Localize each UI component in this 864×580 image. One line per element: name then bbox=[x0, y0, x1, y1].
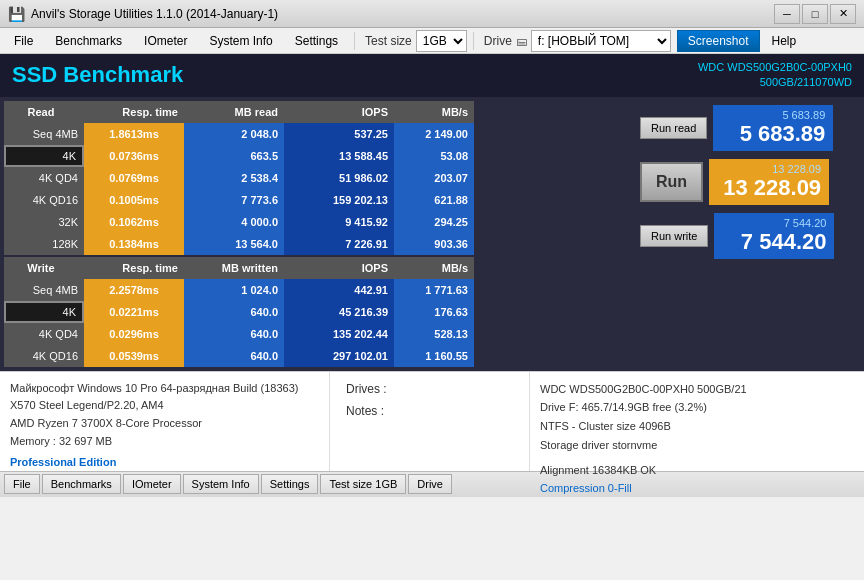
run-read-button[interactable]: Run read bbox=[640, 117, 707, 139]
total-score-large: 13 228.09 bbox=[717, 175, 821, 201]
run-all-button[interactable]: Run bbox=[640, 162, 703, 202]
row-label: 4K QD16 bbox=[4, 189, 84, 211]
title-bar-controls: ─ □ ✕ bbox=[774, 4, 856, 24]
menu-sysinfo[interactable]: System Info bbox=[199, 30, 282, 52]
test-size-select[interactable]: 1GB 2GB 4GB bbox=[416, 30, 467, 52]
taskbar-iometer[interactable]: IOmeter bbox=[123, 474, 181, 494]
taskbar-sysinfo[interactable]: System Info bbox=[183, 474, 259, 494]
row-label: Seq 4MB bbox=[4, 123, 84, 145]
table-row: 4K 0.0221ms 640.0 45 216.39 176.63 bbox=[4, 301, 636, 323]
sys-line4: Memory : 32 697 MB bbox=[10, 433, 319, 451]
row-label: 4K QD16 bbox=[4, 345, 84, 367]
drive-select[interactable]: f: [НОВЫЙ ТОМ] bbox=[531, 30, 671, 52]
cell-mbs: 176.63 bbox=[394, 301, 474, 323]
cell-iops: 51 986.02 bbox=[284, 167, 394, 189]
cell-resp: 0.0221ms bbox=[84, 301, 184, 323]
drive-info-line2: 500GB/211070WD bbox=[698, 75, 852, 90]
sys-line1: Майкрософт Windows 10 Pro 64-разрядная B… bbox=[10, 380, 319, 398]
drive-detail-3: NTFS - Cluster size 4096B bbox=[540, 417, 854, 436]
table-row: 4K QD4 0.0769ms 2 538.4 51 986.02 203.07 bbox=[4, 167, 636, 189]
menu-file[interactable]: File bbox=[4, 30, 43, 52]
iops-col-header: IOPS bbox=[284, 101, 394, 123]
drive-detail-1: WDC WDS500G2B0C-00PXH0 500GB/21 bbox=[540, 380, 854, 399]
cell-iops: 442.91 bbox=[284, 279, 394, 301]
write-score-block: Run write 7 544.20 7 544.20 bbox=[640, 213, 860, 259]
table-row: 32K 0.1062ms 4 000.0 9 415.92 294.25 bbox=[4, 211, 636, 233]
cell-mb: 640.0 bbox=[184, 323, 284, 345]
cell-mbs: 621.88 bbox=[394, 189, 474, 211]
menu-separator-2 bbox=[473, 32, 474, 50]
row-label: 4K QD4 bbox=[4, 323, 84, 345]
table-row: Seq 4MB 1.8613ms 2 048.0 537.25 2 149.00 bbox=[4, 123, 636, 145]
cell-iops: 537.25 bbox=[284, 123, 394, 145]
taskbar-settings[interactable]: Settings bbox=[261, 474, 319, 494]
cell-resp: 0.0296ms bbox=[84, 323, 184, 345]
menu-bar: File Benchmarks IOmeter System Info Sett… bbox=[0, 28, 864, 54]
total-score-display: 13 228.09 13 228.09 bbox=[709, 159, 829, 205]
drive-detail-2: Drive F: 465.7/14.9GB free (3.2%) bbox=[540, 398, 854, 417]
cell-iops: 13 588.45 bbox=[284, 145, 394, 167]
cell-mbs: 903.36 bbox=[394, 233, 474, 255]
close-button[interactable]: ✕ bbox=[830, 4, 856, 24]
cell-mbs: 1 771.63 bbox=[394, 279, 474, 301]
read-score-large: 5 683.89 bbox=[721, 121, 825, 147]
drive-label: Drive bbox=[484, 34, 512, 48]
footer-system-info: Майкрософт Windows 10 Pro 64-разрядная B… bbox=[0, 372, 330, 471]
drive-detail-6: Alignment 16384KB OK bbox=[540, 461, 854, 480]
drive-info-line1: WDC WDS500G2B0C-00PXH0 bbox=[698, 60, 852, 75]
cell-mbs: 528.13 bbox=[394, 323, 474, 345]
table-row: 4K 0.0736ms 663.5 13 588.45 53.08 bbox=[4, 145, 636, 167]
table-row: 4K QD16 0.0539ms 640.0 297 102.01 1 160.… bbox=[4, 345, 636, 367]
cell-mb: 663.5 bbox=[184, 145, 284, 167]
taskbar-drive[interactable]: Drive bbox=[408, 474, 452, 494]
benchmark-table: Read Resp. time MB read IOPS MB/s Seq 4M… bbox=[4, 101, 636, 367]
cell-resp: 1.8613ms bbox=[84, 123, 184, 145]
read-header-row: Read Resp. time MB read IOPS MB/s bbox=[4, 101, 636, 123]
app-header: SSD Benchmark WDC WDS500G2B0C-00PXH0 500… bbox=[0, 54, 864, 97]
menu-settings[interactable]: Settings bbox=[285, 30, 348, 52]
run-read-row: Run read 5 683.89 5 683.89 bbox=[640, 105, 860, 151]
maximize-button[interactable]: □ bbox=[802, 4, 828, 24]
cell-mb: 7 773.6 bbox=[184, 189, 284, 211]
app-title: SSD Benchmark bbox=[12, 62, 183, 88]
cell-mbs: 203.07 bbox=[394, 167, 474, 189]
mb-read-col-header: MB read bbox=[184, 101, 284, 123]
menu-iometer[interactable]: IOmeter bbox=[134, 30, 197, 52]
write-score-display: 7 544.20 7 544.20 bbox=[714, 213, 834, 259]
run-write-button[interactable]: Run write bbox=[640, 225, 708, 247]
cell-mb: 4 000.0 bbox=[184, 211, 284, 233]
title-bar-text: Anvil's Storage Utilities 1.1.0 (2014-Ja… bbox=[31, 7, 774, 21]
write-col-header: Write bbox=[4, 257, 84, 279]
cell-mbs: 2 149.00 bbox=[394, 123, 474, 145]
right-panel: Run read 5 683.89 5 683.89 Run 13 228.09… bbox=[640, 101, 860, 367]
taskbar-file[interactable]: File bbox=[4, 474, 40, 494]
table-row: 128K 0.1384ms 13 564.0 7 226.91 903.36 bbox=[4, 233, 636, 255]
drives-label: Drives : bbox=[346, 382, 513, 396]
cell-iops: 159 202.13 bbox=[284, 189, 394, 211]
menu-help[interactable]: Help bbox=[762, 30, 807, 52]
taskbar-benchmarks[interactable]: Benchmarks bbox=[42, 474, 121, 494]
read-score-block: Run read 5 683.89 5 683.89 bbox=[640, 105, 860, 151]
cell-mbs: 294.25 bbox=[394, 211, 474, 233]
read-score-display: 5 683.89 5 683.89 bbox=[713, 105, 833, 151]
footer-drive-details: WDC WDS500G2B0C-00PXH0 500GB/21 Drive F:… bbox=[530, 372, 864, 471]
footer: Майкрософт Windows 10 Pro 64-разрядная B… bbox=[0, 371, 864, 471]
screenshot-button[interactable]: Screenshot bbox=[677, 30, 760, 52]
row-label: Seq 4MB bbox=[4, 279, 84, 301]
cell-resp: 2.2578ms bbox=[84, 279, 184, 301]
taskbar-testsize[interactable]: Test size 1GB bbox=[320, 474, 406, 494]
row-label: 4K QD4 bbox=[4, 167, 84, 189]
write-score-large: 7 544.20 bbox=[722, 229, 826, 255]
drive-icon: 🖴 bbox=[516, 35, 527, 47]
cell-mb: 1 024.0 bbox=[184, 279, 284, 301]
cell-iops: 7 226.91 bbox=[284, 233, 394, 255]
read-col-header: Read bbox=[4, 101, 84, 123]
write-resp-col-header: Resp. time bbox=[84, 257, 184, 279]
drive-detail-7: Compression 0-Fill bbox=[540, 479, 854, 498]
pro-edition-label: Professional Edition bbox=[10, 454, 319, 472]
app-icon: 💾 bbox=[8, 6, 25, 22]
mbs-col-header: MB/s bbox=[394, 101, 474, 123]
menu-benchmarks[interactable]: Benchmarks bbox=[45, 30, 132, 52]
cell-mbs: 1 160.55 bbox=[394, 345, 474, 367]
minimize-button[interactable]: ─ bbox=[774, 4, 800, 24]
